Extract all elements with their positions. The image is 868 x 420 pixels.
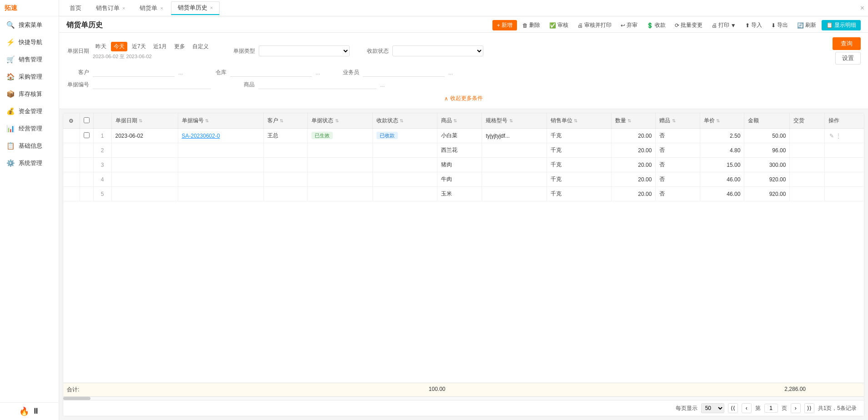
tab-sales-history[interactable]: 销货单历史 × [171,1,220,15]
salesperson-input[interactable] [363,68,445,77]
warehouse-input[interactable] [230,68,312,77]
warehouse-ellipsis[interactable]: ... [316,70,320,76]
new-button[interactable]: + 新增 [492,20,517,30]
cell-action[interactable] [824,172,864,187]
cell-checkbox[interactable] [80,158,93,172]
th-doc-no[interactable]: 单据编号 ⇅ [178,113,263,129]
collapse-filter-button[interactable]: ∧ 收起更多条件 [66,93,861,104]
sidebar-label-search-menu: 搜索菜单 [19,21,42,29]
cell-checkbox[interactable] [80,143,93,158]
import-button[interactable]: ⬆ 导入 [742,20,766,30]
th-spec[interactable]: 规格型号 ⇅ [482,113,547,129]
batch-change-button[interactable]: ⟳ 批量变更 [671,20,706,30]
doc-no-link[interactable]: SA-20230602-0 [182,133,220,139]
th-payment-status[interactable]: 收款状态 ⇅ [372,113,437,129]
doc-type-select[interactable] [259,45,350,56]
cell-action[interactable] [824,158,864,172]
doc-no-input[interactable] [93,80,211,89]
th-goods[interactable]: 商品 ⇅ [437,113,482,129]
cell-action[interactable]: ✎⋮ [824,129,864,143]
payment-status-select[interactable] [392,45,483,56]
collect-label: 收款 [655,21,666,29]
customer-input[interactable] [93,68,175,77]
sidebar-item-basic-info[interactable]: 📋 基础信息 [0,137,59,155]
cell-doc-no[interactable] [178,172,263,187]
next-page-button[interactable]: › [791,403,801,413]
sidebar-item-sales-mgmt[interactable]: 🛒 销售管理 [0,51,59,68]
date-tab-yesterday[interactable]: 昨天 [93,42,109,51]
table-wrap: ⚙ 单据日期 ⇅ 单据编号 ⇅ [63,113,864,383]
export-button[interactable]: ⬇ 导出 [768,20,792,30]
more-action-icon[interactable]: ⋮ [836,133,841,139]
tab-sales-goods-close[interactable]: × [160,5,163,11]
tab-sales-history-close[interactable]: × [210,5,213,10]
goods-ellipsis[interactable]: ... [380,82,385,88]
row-checkbox[interactable] [84,132,90,138]
th-customer[interactable]: 客户 ⇅ [263,113,308,129]
per-page-select[interactable]: 50 20 100 [701,403,724,413]
cell-checkbox[interactable] [80,187,93,201]
date-tab-1month[interactable]: 近1月 [151,42,170,51]
last-page-button[interactable]: ⟩⟩ [804,403,814,413]
sidebar-item-quick-nav[interactable]: ⚡ 快捷导航 [0,34,59,51]
abandon-button[interactable]: ↩ 弃审 [617,20,641,30]
date-tab-custom[interactable]: 自定义 [190,42,211,51]
th-qty[interactable]: 数量 ⇅ [611,113,656,129]
sidebar-item-sys-admin[interactable]: ⚙️ 系统管理 [0,155,59,172]
sidebar-fire-icon[interactable]: 🔥 [19,406,29,416]
audit-button[interactable]: ✅ 审核 [546,20,572,30]
cell-checkbox[interactable] [80,172,93,187]
delete-button[interactable]: 🗑 删除 [519,20,544,30]
sidebar-item-finance[interactable]: 💰 资金管理 [0,103,59,120]
settings-button[interactable]: 设置 [835,52,861,65]
sidebar-item-inventory[interactable]: 📦 库存核算 [0,85,59,103]
cell-doc-no[interactable] [178,143,263,158]
tab-bar-close[interactable]: × [860,4,864,12]
prev-page-button[interactable]: ‹ [742,403,752,413]
date-tab-more[interactable]: 更多 [171,42,188,51]
cell-doc-no[interactable]: SA-20230602-0 [178,129,263,143]
edit-action-icon[interactable]: ✎ [829,133,834,139]
th-doc-date[interactable]: 单据日期 ⇅ [111,113,178,129]
sidebar-item-purchase-mgmt[interactable]: 🏠 采购管理 [0,68,59,85]
th-price[interactable]: 单价 ⇅ [700,113,744,129]
audit-print-button[interactable]: 🖨 审核并打印 [574,20,615,30]
sidebar-item-ops[interactable]: 📊 经营管理 [0,120,59,137]
cell-checkbox[interactable] [80,129,93,143]
refresh-button[interactable]: 🔄 刷新 [793,20,820,30]
scrollbar-thumb[interactable] [63,397,90,400]
date-tab-today[interactable]: 今天 [111,42,127,51]
sidebar-pause-icon[interactable]: ⏸ [32,406,40,416]
settings-gear-icon[interactable]: ⚙ [69,118,74,124]
tab-sales-goods[interactable]: 销货单 × [133,1,170,15]
th-price-sort-icon: ⇅ [716,118,720,123]
cell-action[interactable] [824,143,864,158]
audit-label: 审核 [557,21,568,29]
sidebar-item-search-menu[interactable]: 🔍 搜索菜单 [0,16,59,34]
horizontal-scrollbar[interactable] [63,396,864,400]
query-button[interactable]: 查询 [833,37,861,50]
cell-doc-no[interactable] [178,158,263,172]
cell-doc-no[interactable] [178,187,263,201]
customer-ellipsis[interactable]: ... [178,70,183,76]
show-detail-button[interactable]: 📋 显示明细 [822,20,861,30]
cell-action[interactable] [824,187,864,201]
page-number-input[interactable]: 1 [764,404,778,413]
tab-sales-order[interactable]: 销售订单 × [89,1,132,15]
first-page-button[interactable]: ⟨⟨ [728,403,738,413]
cell-settings [63,143,80,158]
tab-sales-order-close[interactable]: × [122,5,125,11]
print-button[interactable]: 🖨 打印 ▼ [708,20,740,30]
date-tab-7days[interactable]: 近7天 [129,42,149,51]
select-all-checkbox[interactable] [84,117,90,123]
th-doc-status[interactable]: 单据状态 ⇅ [308,113,372,129]
salesperson-ellipsis[interactable]: ... [448,70,453,76]
th-unit[interactable]: 销售单位 ⇅ [547,113,611,129]
th-settings[interactable]: ⚙ [63,113,80,129]
cell-gift: 否 [656,143,700,158]
collect-button[interactable]: 💲 收款 [643,20,669,30]
goods-input[interactable] [258,80,376,89]
th-gift[interactable]: 赠品 ⇅ [656,113,700,129]
tab-home[interactable]: 首页 [63,1,88,15]
th-checkbox[interactable] [80,113,93,129]
